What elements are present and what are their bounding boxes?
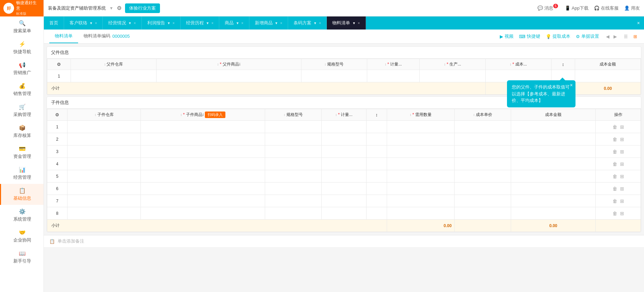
- grid-view-icon[interactable]: ☰: [624, 34, 628, 39]
- child-cell-cp-2[interactable]: [141, 133, 265, 145]
- shortcut-btn[interactable]: ⌨ 快捷键: [519, 33, 540, 39]
- child-cell-cp-1[interactable]: [141, 121, 265, 133]
- tab-customer[interactable]: 客户联络 ▼ ×: [64, 16, 103, 30]
- table-row[interactable]: 3 🗑 ⊞: [47, 145, 641, 158]
- tab-goods[interactable]: 商品 ▼ ×: [219, 16, 249, 30]
- child-cell-cp-6[interactable]: [141, 183, 265, 195]
- child-cell-ca-3[interactable]: [511, 145, 596, 158]
- child-cell-cq-7[interactable]: [387, 195, 455, 207]
- sidebar-item-marketing[interactable]: 📢 营销推广: [0, 58, 44, 79]
- child-cell-cq-1[interactable]: [387, 121, 455, 133]
- cell-ps-1[interactable]: [301, 70, 367, 82]
- child-cell-cw-6[interactable]: [67, 183, 141, 195]
- child-cell-cq-4[interactable]: [387, 158, 455, 170]
- child-cell-ca-7[interactable]: [511, 195, 596, 207]
- child-cell-cpr-6[interactable]: [455, 183, 511, 195]
- sort-icon-cpr[interactable]: ↕: [473, 113, 476, 117]
- sidebar-item-quicknav[interactable]: ⚡ 快捷导航: [0, 37, 44, 58]
- child-cell-cs-6[interactable]: [265, 183, 321, 195]
- tab-history-close[interactable]: ×: [211, 21, 213, 25]
- cell-pw-1[interactable]: [71, 70, 157, 82]
- single-setting-btn[interactable]: ⚙ 单据设置: [576, 33, 599, 39]
- delete-icon-7[interactable]: 🗑: [612, 198, 617, 204]
- child-cell-cs-2[interactable]: [265, 133, 321, 145]
- child-cell-cpr-7[interactable]: [455, 195, 511, 207]
- child-cell-cp-5[interactable]: [141, 170, 265, 183]
- child-cell-cu-3[interactable]: [321, 145, 367, 158]
- scan-button[interactable]: 扫码录入: [205, 112, 225, 118]
- sort-icon-cu[interactable]: ↕: [335, 113, 338, 117]
- tab-barcode[interactable]: 条码方案 ▼ ×: [288, 16, 327, 30]
- tab-home[interactable]: 首页: [44, 16, 64, 30]
- table-row[interactable]: 1 🗑 ⊞: [47, 121, 641, 133]
- sidebar-item-system[interactable]: ⚙️ 系统管理: [0, 205, 44, 226]
- nav-close-all[interactable]: ×: [633, 20, 644, 26]
- online-service-action[interactable]: 🎧 在线客服: [594, 5, 619, 11]
- child-cell-ca-5[interactable]: [511, 170, 596, 183]
- tab-profit[interactable]: 利润报告 ▼ ×: [142, 16, 181, 30]
- child-cell-cpr-1[interactable]: [455, 121, 511, 133]
- sort-icon-pw[interactable]: ↕: [104, 62, 107, 66]
- copy-icon-3[interactable]: ⊞: [620, 149, 624, 154]
- child-cell-cs-3[interactable]: [265, 145, 321, 158]
- child-cell-cu-8[interactable]: [321, 207, 367, 220]
- sidebar-item-purchase[interactable]: 🛒 采购管理: [0, 100, 44, 121]
- sidebar-item-inventory[interactable]: 📦 库存核算: [0, 121, 44, 142]
- child-cell-cs-4[interactable]: [265, 158, 321, 170]
- child-cell-cq-5[interactable]: [387, 170, 455, 183]
- app-download-action[interactable]: 📱 App下载: [565, 5, 589, 11]
- copy-icon-1[interactable]: ⊞: [620, 124, 624, 130]
- dropdown-arrow-icon[interactable]: ▼: [109, 6, 113, 11]
- table-row[interactable]: 5 🗑 ⊞: [47, 170, 641, 183]
- child-cell-cs-8[interactable]: [265, 207, 321, 220]
- sort-icon-pr[interactable]: ↕: [444, 62, 447, 66]
- child-cell-cq-8[interactable]: [387, 207, 455, 220]
- copy-icon-4[interactable]: ⊞: [620, 161, 624, 167]
- delete-icon-1[interactable]: 🗑: [612, 124, 617, 130]
- sort-icon-cq[interactable]: ↕: [410, 113, 412, 117]
- child-cell-cu-6[interactable]: [321, 183, 367, 195]
- th-gear-parent[interactable]: ⚙: [47, 59, 71, 70]
- child-cell-cp-8[interactable]: [141, 207, 265, 220]
- delete-icon-8[interactable]: 🗑: [612, 211, 617, 216]
- sidebar-item-search[interactable]: 🔍 搜索菜单: [0, 16, 44, 37]
- table-row[interactable]: 4 🗑 ⊞: [47, 158, 641, 170]
- delete-icon-3[interactable]: 🗑: [612, 149, 617, 154]
- child-cell-cu-1[interactable]: [321, 121, 367, 133]
- tab-operation[interactable]: 经营情况 ▼ ×: [103, 16, 141, 30]
- cell-pu-1[interactable]: [367, 70, 420, 82]
- sidebar-item-enterprise[interactable]: 🤝 企业协同: [0, 226, 44, 247]
- video-btn[interactable]: ▶ 视频: [500, 33, 513, 39]
- child-cell-cs-7[interactable]: [265, 195, 321, 207]
- tooltip-close-btn[interactable]: ×: [570, 82, 573, 89]
- tab-operation-close[interactable]: ×: [134, 21, 136, 25]
- child-cell-cw-3[interactable]: [67, 145, 141, 158]
- sort-updown-icon-child[interactable]: ↕: [375, 112, 378, 117]
- child-cell-cw-5[interactable]: [67, 170, 141, 183]
- cell-pca-1[interactable]: [575, 70, 641, 82]
- list-view-icon[interactable]: ⊞: [633, 34, 637, 39]
- tab-new-goods-close[interactable]: ×: [280, 21, 282, 25]
- table-row[interactable]: 7 🗑 ⊞: [47, 195, 641, 207]
- sort-icon-ps[interactable]: ↕: [324, 62, 327, 66]
- child-cell-cw-2[interactable]: [67, 133, 141, 145]
- sort-updown-icon-parent[interactable]: ↕: [562, 62, 564, 67]
- child-cell-cs-1[interactable]: [265, 121, 321, 133]
- tab-barcode-close[interactable]: ×: [319, 21, 321, 25]
- child-cell-cq-6[interactable]: [387, 183, 455, 195]
- gear-button[interactable]: ⚙: [117, 5, 122, 11]
- child-cell-cp-4[interactable]: [141, 158, 265, 170]
- tab-goods-close[interactable]: ×: [241, 21, 243, 25]
- child-cell-cp-7[interactable]: [141, 195, 265, 207]
- sidebar-item-finance[interactable]: 💳 资金管理: [0, 142, 44, 163]
- sort-icon-cw[interactable]: ↕: [95, 113, 97, 117]
- child-cell-cpr-2[interactable]: [455, 133, 511, 145]
- copy-icon-6[interactable]: ⊞: [620, 186, 624, 191]
- nav-prev[interactable]: ◀: [605, 33, 611, 40]
- delete-icon-4[interactable]: 🗑: [612, 161, 617, 167]
- tab-new-goods[interactable]: 新增商品 ▼ ×: [249, 16, 288, 30]
- copy-icon-5[interactable]: ⊞: [620, 174, 624, 179]
- sort-icon-pu[interactable]: ↕: [385, 62, 387, 66]
- extract-cost-btn[interactable]: 💡 提取成本: [546, 33, 570, 39]
- child-cell-cu-5[interactable]: [321, 170, 367, 183]
